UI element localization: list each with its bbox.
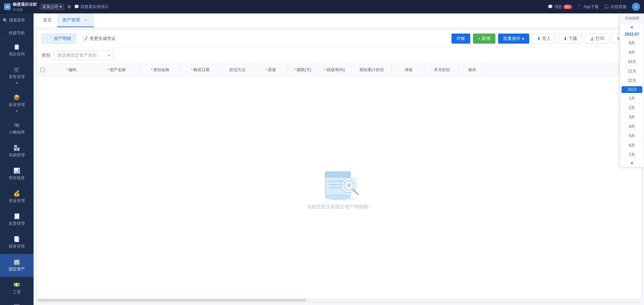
month-panel-down[interactable]: ▼ <box>620 160 644 167</box>
settings-button[interactable]: ⚙ <box>67 4 71 9</box>
list-icon: 📄 <box>47 36 52 41</box>
th-original: * 原值 <box>254 64 288 76</box>
th-buy-date: * 购买日期 <box>180 64 221 76</box>
inventory-icon: 📊 <box>13 167 20 174</box>
empty-text: 当前您还没有固定资产明细哦~ <box>307 204 371 210</box>
month-11[interactable]: 11月 <box>620 67 644 76</box>
filter-bar: 类别 请选择固定资产类别 ▾ <box>36 47 641 64</box>
month-2023-3[interactable]: 3月 <box>620 113 644 122</box>
month-8[interactable]: 8月 <box>620 39 644 48</box>
project-icon: 📋 <box>13 44 20 50</box>
print-icon: 🖨 <box>590 36 594 41</box>
import-icon: ⬆ <box>537 36 541 41</box>
sidebar-item-salary[interactable]: 💵 工资 <box>0 277 34 300</box>
expand-icon: ▾ <box>16 109 18 113</box>
sidebar-item-tax[interactable]: 📑 税务管理 <box>0 231 34 254</box>
sidebar-item-operations[interactable]: 📈 经营管理 <box>0 300 34 305</box>
month-panel-header: 月份选择 <box>620 14 644 23</box>
sub-tabs: 📄 资产明细 📝 变更生成凭证 <box>42 34 121 44</box>
import-button[interactable]: ⬆ 导入 <box>532 34 556 44</box>
download-icon: ⬇ <box>564 36 567 41</box>
message-button[interactable]: 💬 消息 99+ <box>548 4 572 10</box>
select-all-checkbox[interactable] <box>41 68 45 72</box>
month-panel-up[interactable]: ▲ <box>620 23 644 30</box>
topbar-right: 💬 消息 99+ 📱 App下载 🎧 在线客服 U <box>548 3 640 11</box>
reconcile-button[interactable]: 对账 <box>451 34 470 44</box>
search-icon: 🔍 <box>3 18 8 23</box>
month-2023-2[interactable]: 2月 <box>620 103 644 113</box>
sidebar-item-retail[interactable]: 🛒 零售管理 ▾ <box>0 62 34 90</box>
table-header: * 编码 * 资产名称 * 类别名称 * 购买日期 折旧方法 <box>36 64 641 77</box>
wholesale-icon: 📦 <box>13 94 20 101</box>
month-2023-7[interactable]: 7月 <box>620 150 644 160</box>
sidebar-item-purchase[interactable]: 🏪 采购管理 <box>0 140 34 163</box>
sidebar-item-finance[interactable]: 💰 资金管理 <box>0 186 34 208</box>
sidebar-item-invoice[interactable]: 🧾 发票管理 <box>0 208 34 231</box>
company-selector[interactable]: 某某公司 ▾ <box>40 3 64 10</box>
empty-illustration <box>319 165 359 199</box>
month-12[interactable]: 12月 <box>620 76 644 86</box>
month-2023-5[interactable]: 5月 <box>620 132 644 141</box>
main-layout: 🔍 搜索菜单 快捷导航 📋 项目合同 🛒 零售管理 ▾ 📦 批发管理 ▾ 🛍 小… <box>0 13 644 305</box>
th-accum-depr: 期初累计折旧 <box>352 64 392 76</box>
th-name: * 资产名称 <box>93 64 140 76</box>
scrollbar-thumb[interactable] <box>38 299 306 302</box>
th-category: * 类别名称 <box>140 64 180 76</box>
month-panel: 月份选择 ▲ 2022.07 8月 9月 10月 11月 12月 2023 1月… <box>620 13 644 167</box>
year-2023-label: 2023 <box>622 86 642 93</box>
company-name: 某某公司 <box>42 4 58 10</box>
th-operation: 操作 <box>459 64 486 76</box>
phone-icon: 📱 <box>577 4 582 9</box>
sub-tab-asset-detail[interactable]: 📄 资产明细 <box>42 34 76 44</box>
toolbar: 对账 + 新增 批量操作 ▾ ⬆ 导入 ⬇ 下载 🖨 <box>451 34 636 44</box>
app-download-button[interactable]: 📱 App下载 <box>577 4 599 10</box>
tax-icon: 📑 <box>13 236 20 242</box>
tab-home[interactable]: 首页 <box>38 13 57 27</box>
topbar: Ai 畅捷通好业财 专业版 某某公司 ▾ ⚙ 💬 我要看实例演示 💬 消息 99… <box>0 0 644 13</box>
print-button[interactable]: 🖨 打印 <box>585 34 609 44</box>
month-2023-1[interactable]: 1月 <box>620 94 644 103</box>
month-2023-6[interactable]: 6月 <box>620 141 644 150</box>
search-menu-button[interactable]: 🔍 搜索菜单 <box>0 13 34 28</box>
th-net-value: 净值 <box>392 64 425 76</box>
sidebar-item-assets[interactable]: 🏢 固定资产 <box>0 254 34 277</box>
batch-ops-button[interactable]: 批量操作 ▾ <box>498 34 529 44</box>
demo-button[interactable]: 💬 我要看实例演示 <box>74 4 109 10</box>
sidebar-item-ecommerce[interactable]: 🛍 小畅电商 <box>0 117 34 140</box>
message-badge: 99+ <box>564 5 572 9</box>
assets-icon: 🏢 <box>13 259 20 265</box>
quick-nav-button[interactable]: 快捷导航 <box>0 28 34 39</box>
retail-icon: 🛒 <box>13 66 20 73</box>
bottom-scrollbar[interactable] <box>36 298 641 302</box>
month-10[interactable]: 10月 <box>620 57 644 67</box>
th-depr-method: 折旧方法 <box>221 64 254 76</box>
finance-icon: 💰 <box>13 190 20 197</box>
filter-arrow-icon: ▾ <box>108 53 110 58</box>
th-checkbox[interactable] <box>36 64 50 75</box>
sub-tab-change-voucher[interactable]: 📝 变更生成凭证 <box>77 34 121 44</box>
th-period: * 期限(月) <box>288 64 318 76</box>
sub-tab-bar: 📄 资产明细 📝 变更生成凭证 对账 + 新增 批量操作 ▾ <box>36 30 641 47</box>
content-area: 首页 资产管理 × 📄 资产明细 📝 变更生成凭证 <box>34 13 644 305</box>
chevron-down-icon: ▾ <box>522 36 524 41</box>
month-current-period[interactable]: 2022.07 <box>620 30 644 39</box>
add-new-button[interactable]: + 新增 <box>473 34 495 44</box>
svg-rect-2 <box>325 172 351 177</box>
voucher-icon: 📝 <box>83 36 88 41</box>
message-icon: 💬 <box>548 4 553 9</box>
tab-close-icon[interactable]: × <box>83 17 89 23</box>
user-avatar[interactable]: U <box>632 3 640 11</box>
sidebar-item-wholesale[interactable]: 📦 批发管理 ▾ <box>0 90 34 117</box>
sidebar-item-project[interactable]: 📋 项目合同 <box>0 39 34 62</box>
salary-icon: 💵 <box>13 282 20 288</box>
category-filter-select[interactable]: 请选择固定资产类别 ▾ <box>54 51 114 60</box>
category-filter-label: 类别 <box>42 52 50 58</box>
month-9[interactable]: 9月 <box>620 48 644 57</box>
tab-assets-mgmt[interactable]: 资产管理 × <box>57 13 94 27</box>
sidebar-item-inventory[interactable]: 📊 库存核算 <box>0 163 34 186</box>
download-button[interactable]: ⬇ 下载 <box>558 34 582 44</box>
topbar-left: Ai 畅捷通好业财 专业版 某某公司 ▾ ⚙ 💬 我要看实例演示 <box>4 2 548 12</box>
tab-bar: 首页 资产管理 × <box>34 13 644 28</box>
online-service-button[interactable]: 🎧 在线客服 <box>604 4 627 10</box>
month-2023-4[interactable]: 4月 <box>620 122 644 132</box>
